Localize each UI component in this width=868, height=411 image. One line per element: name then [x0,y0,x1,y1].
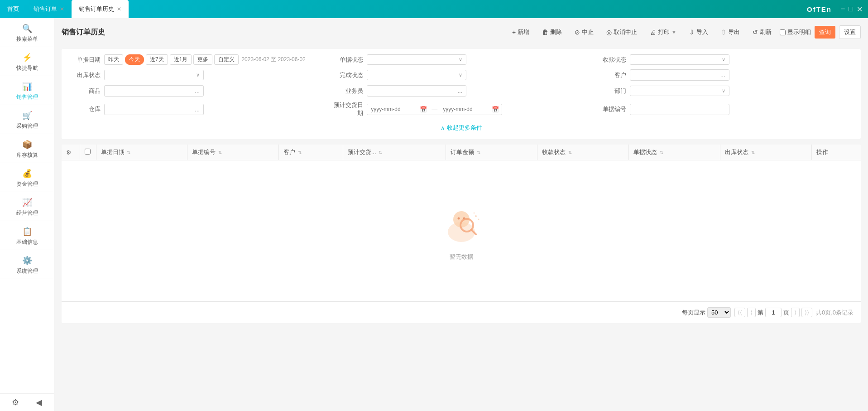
tab-sales-order-close[interactable]: ✕ [60,6,64,12]
minimize-btn[interactable]: − [841,5,845,13]
date-btn-yesterday[interactable]: 昨天 [104,54,123,65]
receipt-status-select[interactable]: ∨ [630,54,729,65]
bill-status-select[interactable]: ∨ [367,54,466,65]
operations-icon: 📈 [22,198,32,208]
display-toggle-label: 显示明细 [787,28,811,36]
date-btn-more[interactable]: 更多 [193,54,212,65]
delivery-date-end-icon[interactable]: 📅 [489,104,502,115]
sidebar-item-sales-mgmt[interactable]: 📊 销售管理 [0,76,54,105]
per-page-dropdown[interactable]: 10 20 50 100 [707,307,731,318]
date-btn-7days[interactable]: 近7天 [146,54,168,65]
tab-home[interactable]: 首页 [0,0,26,18]
delivery-date-end-input[interactable] [439,104,489,114]
date-control: 昨天 今天 近7天 近1月 更多 自定义 2023-06-02 至 2023-0… [104,54,328,65]
outbound-select[interactable]: ∨ [104,70,204,80]
goods-label: 商品 [69,87,101,95]
tab-sales-order[interactable]: 销售订单 ✕ [26,0,72,18]
th-amount[interactable]: 订单金额 ⇅ [446,145,537,160]
warehouse-input[interactable]: ... [104,104,204,115]
delivery-date-start-input[interactable] [367,104,417,114]
collapse-more[interactable]: ∧ 收起更多条件 [69,122,854,134]
display-toggle-checkbox[interactable] [780,29,786,35]
warehouse-label: 仓库 [69,105,101,113]
date-btn-today[interactable]: 今天 [125,54,144,65]
sidebar-settings-btn[interactable]: ⚙ [12,397,19,407]
salesperson-ellipsis: ... [457,87,462,94]
search-button[interactable]: 查询 [815,26,835,39]
th-checkbox[interactable] [80,145,96,160]
next-page-btn[interactable]: ⟩ [791,308,800,317]
empty-illustration [439,200,484,246]
svg-point-8 [473,213,475,214]
dept-control: ∨ [630,86,854,96]
stop-icon: ⊘ [575,29,580,36]
refresh-button[interactable]: ↺ 刷新 [748,26,776,39]
th-bill-date[interactable]: 单据日期 ⇅ [96,145,187,160]
goods-input[interactable]: ... [104,85,204,97]
print-button[interactable]: 🖨 打印 ▼ [645,26,681,39]
salesperson-label: 业务员 [331,87,363,95]
sidebar-item-capital-label: 资金管理 [16,180,38,188]
sidebar-item-sys-mgmt[interactable]: ⚙️ 系统管理 [0,250,54,279]
th-bill-no[interactable]: 单据编号 ⇅ [187,145,279,160]
prev-page-btn[interactable]: ⟨ [747,308,756,317]
customer-label: 客户 [595,71,626,79]
export-button[interactable]: ⇧ 导出 [716,26,744,39]
th-delivery-date-label: 预计交货... [348,149,376,155]
delete-button[interactable]: 🗑 删除 [537,26,566,39]
bill-no-control [630,104,854,115]
settings-button[interactable]: 设置 [839,25,861,39]
filter-row-1: 单据日期 昨天 今天 近7天 近1月 更多 自定义 2023-06-02 至 2… [69,54,854,65]
salesperson-input[interactable]: ... [367,85,466,97]
dept-select[interactable]: ∨ [630,86,729,96]
collapse-icon: ∧ [441,125,445,131]
import-label: 导入 [696,28,708,36]
date-btn-1month[interactable]: 近1月 [170,54,192,65]
customer-input[interactable]: ... [630,69,729,81]
th-bill-status[interactable]: 单据状态 ⇅ [629,145,720,160]
sidebar-item-purchase-mgmt[interactable]: 🛒 采购管理 [0,105,54,134]
sidebar-item-operations[interactable]: 📈 经营管理 [0,192,54,221]
sidebar-item-inventory[interactable]: 📦 库存核算 [0,134,54,163]
date-btn-custom[interactable]: 自定义 [214,54,239,65]
page-number-input[interactable] [765,308,782,317]
close-btn[interactable]: ✕ [857,5,863,14]
sidebar-item-quick-nav[interactable]: ⚡ 快捷导航 [0,47,54,76]
customer-control: ... [630,69,854,81]
first-page-btn[interactable]: ⟨⟨ [734,308,745,317]
page-nav: ⟨⟨ ⟨ 第 页 ⟩ ⟩⟩ [734,308,812,317]
empty-state-cell: 暂无数据 [62,160,861,301]
last-page-btn[interactable]: ⟩⟩ [801,308,812,317]
maximize-btn[interactable]: □ [849,5,853,13]
display-toggle: 显示明细 [780,28,811,36]
bill-no-input[interactable] [630,104,729,115]
svg-point-6 [475,215,477,217]
th-receipt-status[interactable]: 收款状态 ⇅ [537,145,629,160]
sidebar: 🔍 搜索菜单 ⚡ 快捷导航 📊 销售管理 🛒 采购管理 📦 库存核算 💰 资金管… [0,18,54,411]
stop-button[interactable]: ⊘ 中止 [570,26,598,39]
th-customer[interactable]: 客户 ⇅ [279,145,343,160]
tab-sales-order-history-close[interactable]: ✕ [117,6,121,12]
th-outbound-status[interactable]: 出库状态 ⇅ [720,145,812,160]
delivery-date-start-icon[interactable]: 📅 [417,104,430,115]
sidebar-item-capital[interactable]: 💰 资金管理 [0,163,54,192]
sidebar-item-search-menu[interactable]: 🔍 搜索菜单 [0,18,54,47]
bill-status-arrow: ∨ [459,57,462,63]
select-all-checkbox[interactable] [85,149,91,155]
cancel-stop-button[interactable]: ◎ 取消中止 [602,26,642,39]
th-delivery-date[interactable]: 预计交货... ⇅ [343,145,446,160]
table-header-row: ⚙ 单据日期 ⇅ 单据编号 ⇅ [62,145,861,160]
sidebar-bottom: ⚙ ◀ [0,393,54,411]
amount-sort-icon: ⇅ [477,150,480,155]
th-settings[interactable]: ⚙ [62,145,80,160]
capital-icon: 💰 [22,169,32,179]
quick-nav-icon: ⚡ [22,53,32,63]
add-button[interactable]: + 新增 [508,26,534,39]
sidebar-collapse-btn[interactable]: ◀ [36,397,42,407]
tab-sales-order-history[interactable]: 销售订单历史 ✕ [72,0,129,18]
page-label-pre: 第 [758,309,763,317]
import-button[interactable]: ⇩ 导入 [685,26,713,39]
complete-select[interactable]: ∨ [367,70,466,80]
warehouse-ellipsis: ... [195,106,200,113]
sidebar-item-base-info[interactable]: 📋 基础信息 [0,221,54,250]
